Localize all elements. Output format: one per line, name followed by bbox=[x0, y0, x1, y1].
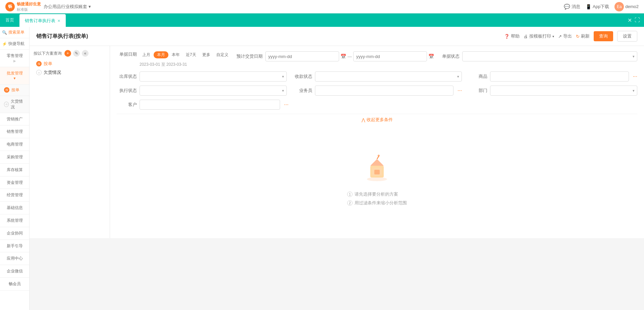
debt-icon: ○ bbox=[4, 102, 9, 107]
calendar-end-icon[interactable]: 📅 bbox=[428, 54, 434, 59]
date-start-input[interactable] bbox=[265, 51, 339, 61]
sidebar-item-operations-label: 经营管理 bbox=[7, 192, 23, 198]
window-maximize-icon[interactable]: ⛶ bbox=[635, 17, 640, 23]
payment-status-select[interactable] bbox=[315, 71, 462, 82]
filter-expected-date: 预计交货日期 📅 — 📅 bbox=[236, 51, 434, 61]
plan-add-btn[interactable]: + bbox=[64, 50, 71, 57]
refresh-icon: ↻ bbox=[576, 34, 580, 39]
goods-input[interactable] bbox=[490, 71, 629, 82]
quick-nav-btn[interactable]: ⚡ 快捷导航 bbox=[2, 41, 27, 47]
sidebar-item-wholesale[interactable]: 批发管理 ▼ bbox=[0, 67, 29, 85]
plan-item-debt[interactable]: ○ 欠货情况 bbox=[34, 68, 106, 77]
settings-button[interactable]: 设置 bbox=[617, 31, 637, 42]
collapse-btn[interactable]: ⋀ 收起更多条件 bbox=[117, 114, 637, 125]
payment-select-wrapper bbox=[315, 71, 462, 82]
sidebar-item-retail[interactable]: 零售管理 ▶ bbox=[0, 50, 29, 67]
sidebar-item-finance-label: 资金管理 bbox=[7, 180, 23, 186]
empty-state: 1 请先选择要分析的方案 2 用过滤条件来缩小分析范围 bbox=[117, 125, 637, 233]
sidebar-item-apps[interactable]: 应用中心 bbox=[0, 252, 29, 265]
avatar: Ea bbox=[614, 2, 624, 11]
sidebar-item-finance[interactable]: 资金管理 bbox=[0, 176, 29, 189]
plan-query-actions: + ✎ « bbox=[64, 50, 89, 57]
refresh-btn[interactable]: ↻ 刷新 bbox=[576, 33, 590, 39]
logo-text: 畅捷通好生意 bbox=[17, 1, 41, 7]
filter-row-4: 客户 ··· bbox=[117, 100, 288, 110]
app-download-btn[interactable]: 📱 App下载 bbox=[586, 4, 609, 10]
window-close-icon[interactable]: ✕ bbox=[628, 17, 632, 23]
date-label: 单据日期 bbox=[117, 51, 137, 57]
left-panel: 按以下方案查询 + ✎ « 按 按单 ○ 欠货情况 bbox=[30, 46, 110, 238]
sidebar-quick-nav[interactable]: ⚡ 快捷导航 bbox=[0, 38, 29, 50]
sidebar-item-sales[interactable]: 销售管理 bbox=[0, 125, 29, 138]
salesman-more-icon[interactable]: ··· bbox=[458, 88, 462, 94]
collapse-up-icon: ⋀ bbox=[362, 117, 365, 122]
sidebar-item-basic[interactable]: 基础信息 bbox=[0, 202, 29, 214]
filter-dept: 部门 bbox=[467, 86, 637, 96]
query-button[interactable]: 查询 bbox=[594, 31, 613, 41]
date-tab-custom[interactable]: 自定义 bbox=[214, 51, 231, 58]
calendar-start-icon[interactable]: 📅 bbox=[340, 54, 346, 59]
sub-item-debt[interactable]: ○ 欠货情况 bbox=[0, 96, 29, 113]
print-btn[interactable]: 🖨 按模板打印 ▾ bbox=[524, 33, 554, 39]
sidebar-item-system[interactable]: 系统管理 bbox=[0, 214, 29, 227]
page-header: 销售订单执行表(按单) ❓ 帮助 🖨 按模板打印 ▾ ↗ 导出 ↻ 刷新 bbox=[30, 27, 644, 46]
sidebar-item-ecommerce[interactable]: 电商管理 bbox=[0, 138, 29, 151]
sidebar-search[interactable]: 🔍 搜索菜单 bbox=[0, 27, 29, 38]
export-btn[interactable]: ↗ 导出 bbox=[558, 33, 572, 39]
user-area[interactable]: Ea demo2 bbox=[614, 2, 639, 11]
chevron-down-icon: ▼ bbox=[13, 76, 16, 81]
goods-more-icon[interactable]: ··· bbox=[633, 73, 637, 80]
sidebar-item-marketing[interactable]: 营销推广 bbox=[0, 113, 29, 126]
customer-input[interactable] bbox=[140, 100, 280, 110]
tab-sales-exec[interactable]: 销售订单执行表 ✕ bbox=[19, 14, 66, 28]
date-tab-more[interactable]: 更多 bbox=[200, 51, 213, 58]
chevron-right-icon: ▶ bbox=[13, 59, 16, 63]
sidebar-item-corp[interactable]: 企业协同 bbox=[0, 227, 29, 240]
company-selector[interactable]: 办公用品行业模拟账套 ▾ bbox=[44, 4, 91, 10]
empty-illustration bbox=[360, 152, 394, 186]
tab-home[interactable]: 首页 bbox=[0, 13, 19, 27]
exec-status-select[interactable] bbox=[140, 86, 287, 96]
date-tab-last-month[interactable]: 上月 bbox=[140, 51, 153, 58]
sidebar-item-purchase[interactable]: 采购管理 bbox=[0, 151, 29, 164]
sidebar-item-newbie[interactable]: 新手引导 bbox=[0, 240, 29, 253]
salesman-input[interactable] bbox=[315, 86, 453, 96]
date-tab-this-month[interactable]: 本月 bbox=[154, 51, 168, 58]
sidebar-item-wechat[interactable]: 企业微信 bbox=[0, 265, 29, 278]
plan-item-order-label: 按单 bbox=[44, 61, 52, 67]
dept-select[interactable] bbox=[490, 86, 637, 96]
date-end-input[interactable] bbox=[353, 51, 427, 61]
print-arrow-icon: ▾ bbox=[552, 35, 554, 38]
empty-tip-1: 1 请先选择要分析的方案 bbox=[347, 191, 407, 197]
sidebar-item-vip[interactable]: 畅会员 bbox=[0, 278, 29, 291]
filter-row-3: 执行状态 业务员 ··· 部门 bbox=[117, 86, 637, 96]
tab-close-icon[interactable]: ✕ bbox=[57, 19, 60, 23]
logo-area: 畅 畅捷通好生意 标准版 bbox=[5, 1, 41, 12]
filter-row-1: 单据日期 上月 本月 本年 近7天 更多 自定义 2023-03-01 至 20… bbox=[117, 51, 637, 67]
sidebar-item-wholesale-label: 批发管理 bbox=[7, 70, 23, 76]
search-menu-btn[interactable]: 🔍 搜索菜单 bbox=[2, 30, 27, 35]
date-tab-7days[interactable]: 近7天 bbox=[183, 51, 199, 58]
sidebar-item-inventory-label: 库存核算 bbox=[7, 167, 23, 173]
sidebar: 🔍 搜索菜单 ⚡ 快捷导航 零售管理 ▶ 批发管理 ▼ 按 按单 ○ bbox=[0, 27, 30, 310]
customer-more-icon[interactable]: ··· bbox=[284, 102, 288, 108]
status-select[interactable] bbox=[462, 51, 637, 61]
sidebar-item-operations[interactable]: 经营管理 bbox=[0, 189, 29, 202]
filter-payment-status: 收款状态 bbox=[292, 71, 462, 82]
plan-edit-btn[interactable]: ✎ bbox=[73, 50, 80, 57]
sidebar-item-corp-label: 企业协同 bbox=[7, 230, 23, 236]
expected-date-label: 预计交货日期 bbox=[236, 53, 263, 59]
plan-item-order[interactable]: 按 按单 bbox=[34, 59, 106, 68]
message-btn[interactable]: 💬 消息 bbox=[564, 4, 580, 10]
svg-line-4 bbox=[377, 156, 379, 159]
help-btn[interactable]: ❓ 帮助 bbox=[504, 33, 520, 39]
delivery-status-select[interactable] bbox=[140, 71, 287, 82]
status-label: 单据状态 bbox=[439, 53, 460, 59]
sub-item-order[interactable]: 按 按单 bbox=[0, 85, 29, 96]
top-bar-left: 畅 畅捷通好生意 标准版 办公用品行业模拟账套 ▾ bbox=[5, 1, 91, 12]
plan-collapse-btn[interactable]: « bbox=[82, 50, 89, 57]
delivery-status-label: 出库状态 bbox=[117, 73, 137, 80]
sidebar-item-inventory[interactable]: 库存核算 bbox=[0, 164, 29, 176]
app-download-icon: 📱 bbox=[586, 4, 591, 9]
date-tab-this-year[interactable]: 本年 bbox=[169, 51, 182, 58]
